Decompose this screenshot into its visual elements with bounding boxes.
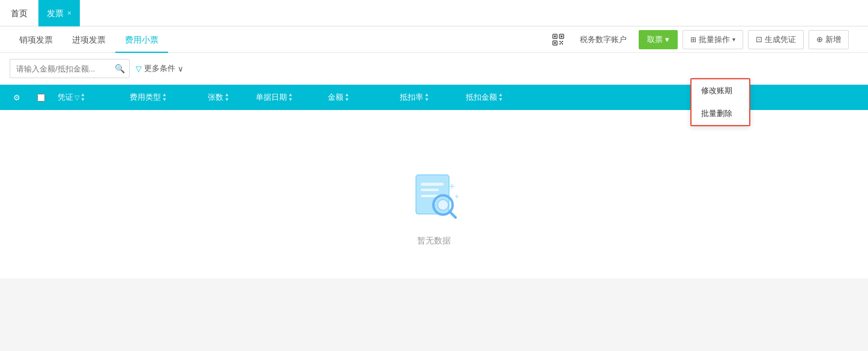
svg-rect-10 bbox=[561, 42, 562, 43]
home-tab[interactable]: 首页 bbox=[0, 0, 38, 26]
th-deduct-rate-label: 抵扣率 bbox=[400, 92, 423, 103]
th-count: 张数 ▲▼ bbox=[203, 92, 251, 103]
batch-op-chevron-icon: ▾ bbox=[732, 36, 735, 43]
batch-op-label: 批量操作 bbox=[699, 34, 730, 45]
add-icon: ⊕ bbox=[816, 35, 823, 44]
th-checkbox[interactable] bbox=[29, 94, 53, 102]
th-amount: 金额 ▲▼ bbox=[323, 92, 395, 103]
svg-rect-7 bbox=[562, 41, 563, 42]
th-expense-type: 费用类型 ▲▼ bbox=[125, 92, 203, 103]
th-expense-type-label: 费用类型 bbox=[130, 92, 161, 103]
th-deduct-amount-sort-icon[interactable]: ▲▼ bbox=[498, 93, 503, 102]
batch-delete-item[interactable]: 批量删除 bbox=[692, 102, 749, 125]
th-count-label: 张数 bbox=[208, 92, 223, 103]
sub-tabs-bar: 销项发票 进项发票 费用小票 税务数字账户 取票 ▾ ⊞ bbox=[0, 26, 868, 53]
select-all-checkbox[interactable] bbox=[37, 94, 45, 102]
qr-icon-button[interactable] bbox=[549, 30, 568, 49]
empty-state: 暂无数据 bbox=[0, 110, 868, 278]
add-button[interactable]: ⊕ 新增 bbox=[809, 30, 849, 49]
tab-sales[interactable]: 销项发票 bbox=[10, 26, 62, 53]
th-deduct-rate: 抵扣率 ▲▼ bbox=[395, 92, 461, 103]
svg-rect-6 bbox=[559, 41, 561, 42]
th-voucher-sort-icon[interactable]: ▲▼ bbox=[80, 93, 85, 102]
svg-rect-5 bbox=[554, 42, 556, 44]
more-conditions-button[interactable]: ▽ 更多条件 ∨ bbox=[136, 63, 184, 74]
th-deduct-amount: 抵扣金额 ▲▼ bbox=[461, 92, 539, 103]
empty-text: 暂无数据 bbox=[417, 236, 451, 246]
th-voucher-filter-icon: ▽ bbox=[74, 94, 79, 102]
tab-expense[interactable]: 费用小票 bbox=[115, 26, 168, 53]
svg-rect-8 bbox=[559, 43, 561, 44]
settings-icon: ⚙ bbox=[13, 93, 20, 102]
more-conditions-arrow-icon: ∨ bbox=[178, 64, 184, 73]
take-ticket-button[interactable]: 取票 ▾ bbox=[639, 30, 678, 49]
th-date-sort-icon[interactable]: ▲▼ bbox=[288, 93, 293, 102]
svg-line-17 bbox=[450, 212, 456, 218]
add-label: 新增 bbox=[825, 34, 841, 45]
svg-rect-9 bbox=[562, 43, 563, 44]
invoice-tab-label: 发票 bbox=[47, 0, 64, 26]
svg-rect-3 bbox=[561, 35, 562, 37]
th-settings[interactable]: ⚙ bbox=[5, 93, 29, 102]
batch-op-dropdown: 修改账期 批量删除 bbox=[690, 78, 750, 126]
take-ticket-arrow-icon: ▾ bbox=[665, 35, 669, 44]
th-count-sort-icon[interactable]: ▲▼ bbox=[225, 93, 229, 102]
empty-icon bbox=[404, 166, 464, 226]
th-amount-sort-icon[interactable]: ▲▼ bbox=[345, 93, 349, 102]
th-voucher: 凭证 ▽ ▲▼ bbox=[53, 92, 125, 103]
gen-voucher-icon: ⊡ bbox=[756, 35, 762, 44]
toolbar-right: 税务数字账户 取票 ▾ ⊞ 批量操作 ▾ ⊡ 生成凭证 ⊕ 新增 bbox=[549, 30, 858, 49]
th-deduct-amount-label: 抵扣金额 bbox=[466, 92, 497, 103]
th-date-label: 单据日期 bbox=[256, 92, 287, 103]
th-expense-type-sort-icon[interactable]: ▲▼ bbox=[162, 93, 167, 102]
batch-op-button[interactable]: ⊞ 批量操作 ▾ bbox=[683, 30, 743, 49]
search-input[interactable] bbox=[10, 59, 130, 78]
take-ticket-label: 取票 bbox=[647, 34, 663, 45]
search-icon[interactable]: 🔍 bbox=[115, 64, 125, 73]
svg-rect-12 bbox=[421, 183, 444, 186]
th-amount-label: 金额 bbox=[328, 92, 343, 103]
th-deduct-rate-sort-icon[interactable]: ▲▼ bbox=[424, 93, 429, 102]
modify-period-item[interactable]: 修改账期 bbox=[692, 79, 749, 102]
close-icon[interactable]: × bbox=[67, 0, 71, 26]
th-voucher-label: 凭证 bbox=[58, 92, 73, 103]
tax-account-button[interactable]: 税务数字账户 bbox=[573, 30, 634, 49]
batch-op-icon: ⊞ bbox=[690, 35, 696, 44]
svg-rect-13 bbox=[421, 189, 439, 191]
gen-voucher-button[interactable]: ⊡ 生成凭证 bbox=[748, 30, 804, 49]
top-nav: 首页 发票 × bbox=[0, 0, 868, 26]
more-conditions-label: 更多条件 bbox=[144, 63, 175, 74]
tab-input[interactable]: 进项发票 bbox=[62, 26, 115, 53]
svg-rect-1 bbox=[554, 35, 556, 37]
invoice-tab[interactable]: 发票 × bbox=[38, 0, 80, 26]
gen-voucher-label: 生成凭证 bbox=[765, 34, 796, 45]
search-input-wrap: 🔍 bbox=[10, 59, 130, 78]
th-date: 单据日期 ▲▼ bbox=[251, 92, 323, 103]
filter-icon: ▽ bbox=[136, 64, 142, 73]
svg-point-16 bbox=[438, 200, 448, 210]
